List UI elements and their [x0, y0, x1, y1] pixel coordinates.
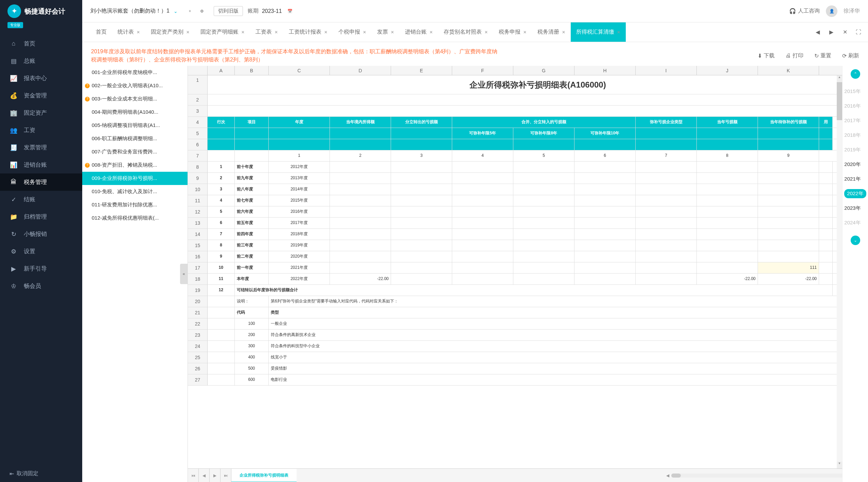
row-header[interactable]: 23 [188, 330, 208, 340]
cell[interactable]: 一般企业 [269, 318, 833, 329]
column-header[interactable]: F [452, 66, 513, 75]
cell[interactable] [330, 206, 391, 217]
cell[interactable] [452, 162, 513, 172]
sheet-tab[interactable]: 企业所得税弥补亏损明细表 [231, 469, 297, 482]
switch-version-button[interactable]: 切到旧版 [214, 6, 243, 16]
row-header[interactable]: 20 [188, 296, 208, 307]
cell[interactable] [819, 162, 833, 172]
row-header[interactable]: 19 [188, 285, 208, 296]
cell[interactable]: 可结转以后年度弥补的亏损额合计 [235, 285, 833, 296]
form-list-item[interactable]: 008-资产折旧、摊销及纳税... [82, 159, 188, 172]
nav-item[interactable]: ⚙设置 [0, 243, 82, 260]
cell[interactable]: 前十年度 [235, 162, 269, 172]
cell[interactable]: 2 [330, 150, 391, 161]
cell[interactable]: 类型 [269, 307, 833, 318]
cell[interactable] [208, 352, 235, 363]
cell[interactable] [452, 218, 513, 228]
cell[interactable] [513, 206, 574, 217]
tabs-fullscreen-button[interactable]: ⛶ [852, 25, 865, 39]
row-header[interactable]: 11 [188, 195, 208, 206]
cell[interactable] [513, 251, 574, 262]
form-list-item[interactable]: 009-企业所得税弥补亏损明... [82, 172, 188, 185]
tab[interactable]: 发票✕ [372, 22, 400, 42]
avatar[interactable]: 👤 [826, 5, 837, 17]
cell[interactable] [513, 195, 574, 206]
tab-close-icon[interactable]: ✕ [523, 30, 527, 35]
form-list-item[interactable]: 003-一般企业成本支出明细... [82, 92, 188, 106]
cell[interactable] [758, 229, 819, 240]
cell[interactable] [819, 251, 833, 262]
cell[interactable] [636, 240, 697, 251]
cell[interactable]: -22.00 [330, 274, 391, 284]
row-header[interactable]: 13 [188, 218, 208, 228]
column-header[interactable]: E [391, 66, 452, 75]
cell[interactable]: 符合条件的科技型中小企业 [269, 341, 833, 352]
nav-item[interactable]: 🧾发票管理 [0, 139, 82, 156]
cell[interactable] [819, 229, 833, 240]
cell[interactable] [819, 195, 833, 206]
cell[interactable] [513, 274, 574, 284]
cell[interactable] [391, 229, 452, 240]
account-name[interactable]: 刘小艳演示账套（勿删勿动！）1 [90, 7, 170, 15]
tab[interactable]: 税务清册✕ [532, 22, 571, 42]
cell[interactable] [758, 173, 819, 184]
tab-close-icon[interactable]: ✕ [241, 30, 245, 35]
column-header[interactable]: I [636, 66, 697, 75]
cell[interactable] [819, 184, 833, 195]
year-item[interactable]: 2020年 [844, 157, 866, 172]
tab-close-icon[interactable]: ✕ [274, 30, 278, 35]
cell[interactable]: 2014年度 [269, 184, 330, 195]
form-list-item[interactable]: 002-一般企业收入明细表(A10... [82, 79, 188, 92]
cell[interactable] [819, 274, 833, 284]
tab-close-icon[interactable]: ✕ [391, 30, 394, 35]
cell[interactable] [391, 206, 452, 217]
cell[interactable]: 2018年度 [269, 229, 330, 240]
support-link[interactable]: 🎧 人工咨询 [789, 7, 820, 15]
form-list-item[interactable]: 006-职工薪酬纳税调整明细... [82, 132, 188, 145]
cell[interactable]: 前九年度 [235, 173, 269, 184]
cell[interactable] [574, 173, 636, 184]
cell[interactable] [391, 240, 452, 251]
cell[interactable] [330, 195, 391, 206]
cell[interactable] [819, 262, 833, 273]
nav-item[interactable]: 📁归档管理 [0, 208, 82, 225]
cell[interactable] [452, 240, 513, 251]
form-list-item[interactable]: 010-免税、减计收入及加计... [82, 185, 188, 198]
add-account-icon[interactable]: ＋ [184, 6, 195, 17]
row-header[interactable]: 7 [188, 150, 208, 161]
sheet-first-button[interactable]: ⏮ [188, 469, 199, 482]
cell[interactable] [574, 206, 636, 217]
tab[interactable]: 固定资产明细账✕ [195, 22, 250, 42]
nav-item[interactable]: 💰资金管理 [0, 87, 82, 104]
cell[interactable]: 2022年度 [269, 274, 330, 284]
username[interactable]: 徐泽华 [844, 7, 860, 15]
cell[interactable] [574, 251, 636, 262]
cell[interactable]: 500 [235, 363, 269, 374]
tab[interactable]: 税务申报✕ [493, 22, 532, 42]
tab-close-icon[interactable]: ✕ [324, 30, 327, 35]
cell[interactable]: -22.00 [758, 274, 819, 284]
cell[interactable]: 2020年度 [269, 251, 330, 262]
cell[interactable] [330, 262, 391, 273]
column-header[interactable]: A [208, 66, 235, 75]
tab[interactable]: 存货别名对照表✕ [438, 22, 493, 42]
cell[interactable]: 9 [758, 150, 819, 161]
cell[interactable]: 前一年度 [235, 262, 269, 273]
reset-button[interactable]: ↻重置 [814, 52, 831, 59]
cell[interactable] [574, 162, 636, 172]
cell[interactable]: 前五年度 [235, 218, 269, 228]
form-list-item[interactable]: 007-广告费和业务宣传费跨... [82, 145, 188, 159]
form-list-item[interactable]: 011-研发费用加计扣除优惠... [82, 198, 188, 211]
cell[interactable]: 12 [208, 285, 235, 296]
cell[interactable] [636, 173, 697, 184]
cell[interactable]: 本年度 [235, 274, 269, 284]
cell[interactable]: 8 [697, 150, 758, 161]
cell[interactable] [330, 240, 391, 251]
cell[interactable] [513, 229, 574, 240]
row-header[interactable]: 27 [188, 374, 208, 385]
cell[interactable] [208, 374, 235, 385]
row-header[interactable]: 24 [188, 341, 208, 352]
row-header[interactable]: 21 [188, 307, 208, 318]
cell[interactable] [758, 240, 819, 251]
horizontal-scrollbar[interactable]: ◀ ▶ [664, 473, 868, 478]
